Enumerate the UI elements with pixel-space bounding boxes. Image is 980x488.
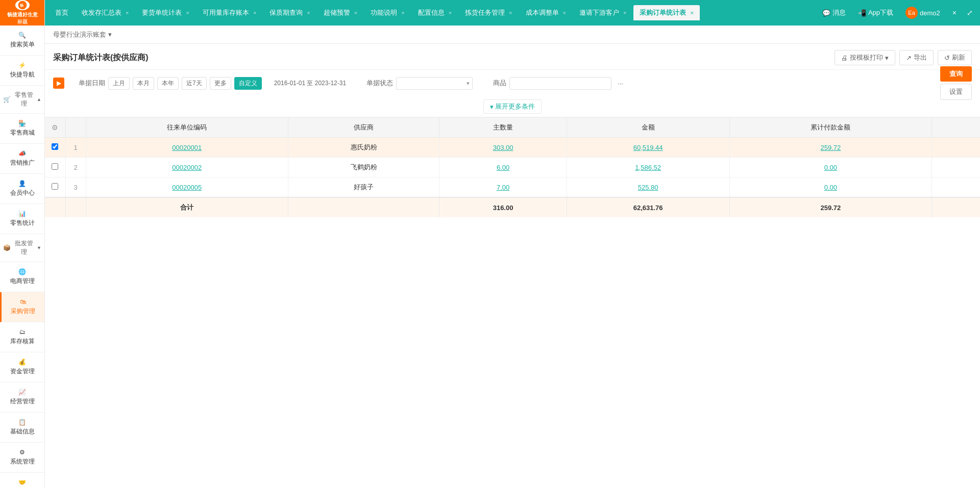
close-receive-summary[interactable]: × xyxy=(126,10,129,16)
close-order-stats[interactable]: × xyxy=(186,10,189,16)
account-label: 母婴行业演示账套 xyxy=(53,30,106,39)
app-download-btn[interactable]: 📲 App下载 xyxy=(855,6,896,19)
sidebar-label-basic: 基础信息 xyxy=(10,427,35,436)
user-profile-btn[interactable]: Ea demo2 xyxy=(902,5,943,21)
invite-downstream-label: 邀请下游客户 xyxy=(579,8,619,17)
sidebar-item-operations[interactable]: 📈 经营管理 xyxy=(0,382,44,413)
footer-paid-amount: 259.72 xyxy=(729,197,932,217)
close-cost-adjust[interactable]: × xyxy=(563,10,566,16)
sidebar-item-member[interactable]: 👤 会员中心 xyxy=(0,174,44,204)
refresh-btn[interactable]: ↺ 刷新 xyxy=(938,50,972,65)
close-invite-downstream[interactable]: × xyxy=(623,10,626,16)
close-available-inventory[interactable]: × xyxy=(253,10,256,16)
table-footer-row: 合计 316.00 62,631.76 259.72 xyxy=(45,197,980,217)
row-main-qty[interactable]: 7.00 xyxy=(439,177,567,198)
nav-item-available-inventory[interactable]: 可用量库存账本 × xyxy=(197,5,262,20)
message-btn[interactable]: 💬 消息 xyxy=(819,6,849,19)
print-btn[interactable]: 🖨 按模板打印 ▾ xyxy=(835,50,895,65)
date-btn-more[interactable]: 更多 xyxy=(210,77,231,90)
sidebar-item-enterprise[interactable]: 🤝 企业协同 xyxy=(0,473,44,488)
header-row: 母婴行业演示账套 ▾ xyxy=(45,25,980,44)
nav-item-cost-adjust[interactable]: 成本调整单 × xyxy=(520,5,572,20)
nav-item-warranty[interactable]: 保质期查询 × xyxy=(263,5,316,20)
nav-item-home[interactable]: 首页 xyxy=(49,5,75,20)
footer-label: 合计 xyxy=(180,203,193,211)
maximize-window-btn[interactable]: ⤢ xyxy=(964,8,976,18)
sidebar-item-inventory[interactable]: 🗂 库存核算 xyxy=(0,322,44,352)
date-btn-this-month[interactable]: 本月 xyxy=(133,77,154,90)
row-checkbox[interactable] xyxy=(52,163,58,170)
nav-item-function-desc[interactable]: 功能说明 × xyxy=(364,5,410,20)
close-function-desc[interactable]: × xyxy=(401,10,404,16)
row-num: 3 xyxy=(65,177,86,198)
row-unit-code[interactable]: 00020001 xyxy=(86,138,288,158)
sidebar-item-retail-stats[interactable]: 📊 零售统计 xyxy=(0,204,44,234)
nav-item-picking-task[interactable]: 拣货任务管理 × xyxy=(459,5,518,20)
row-num: 2 xyxy=(65,158,86,177)
footer-amount: 62,631.76 xyxy=(567,197,729,217)
nav-item-purchase-summary[interactable]: 采购订单统计表 × xyxy=(633,5,699,20)
expand-more-btn[interactable]: ▾ 展开更多条件 xyxy=(483,99,542,114)
goods-ellipsis[interactable]: ··· xyxy=(615,78,626,89)
filter-section: ▶ 单据日期 上月 本月 本年 近7天 更多 自定义 2016-01 xyxy=(45,70,980,118)
table-row[interactable]: 3 00020005 好孩子 7.00 525.80 0.00 xyxy=(45,177,980,198)
sidebar-item-wholesale[interactable]: 📦 批发管理 xyxy=(0,234,44,262)
app-logo[interactable]: 畅 畅捷通好生意 标题 xyxy=(0,0,44,25)
sidebar-item-ecommerce[interactable]: 🌐 电商管理 xyxy=(0,262,44,292)
row-amount[interactable]: 1,586.52 xyxy=(567,158,729,177)
nav-item-order-stats[interactable]: 要货单统计表 × xyxy=(136,5,195,20)
sidebar-item-retail[interactable]: 🛒 零售管理 xyxy=(0,86,44,114)
table-settings-icon[interactable]: ⚙ xyxy=(52,123,58,132)
date-btn-this-year[interactable]: 本年 xyxy=(157,77,179,90)
row-checkbox[interactable] xyxy=(52,143,58,150)
sidebar-item-basic[interactable]: 📋 基础信息 xyxy=(0,413,44,443)
table-row[interactable]: 1 00020001 惠氏奶粉 303.00 60,519.44 259.72 xyxy=(45,138,980,158)
date-btn-7days[interactable]: 近7天 xyxy=(182,77,207,90)
nav-item-receive-summary[interactable]: 收发存汇总表 × xyxy=(76,5,135,20)
close-config-info[interactable]: × xyxy=(449,10,452,16)
sidebar-label-ecommerce: 电商管理 xyxy=(10,277,35,286)
sidebar-label-member: 会员中心 xyxy=(10,189,35,197)
app-download-icon: 📲 xyxy=(858,9,866,17)
ecommerce-icon: 🌐 xyxy=(18,268,26,275)
query-btn[interactable]: 查询 xyxy=(940,66,972,82)
goods-input[interactable] xyxy=(509,77,611,90)
export-btn[interactable]: ↗ 导出 xyxy=(899,50,934,65)
date-btn-last-month[interactable]: 上月 xyxy=(108,77,130,90)
sidebar-item-search[interactable]: 🔍 搜索英单 xyxy=(0,25,44,56)
row-main-qty[interactable]: 6.00 xyxy=(439,158,567,177)
nav-item-overstock[interactable]: 超储预警 × xyxy=(317,5,363,20)
row-unit-code[interactable]: 00020002 xyxy=(86,158,288,177)
row-main-qty[interactable]: 303.00 xyxy=(439,138,567,158)
sidebar-item-purchase[interactable]: 🛍 采购管理 xyxy=(0,292,44,322)
row-unit-code[interactable]: 00020005 xyxy=(86,177,288,198)
row-amount[interactable]: 525.80 xyxy=(567,177,729,198)
sidebar-item-quicknav[interactable]: ⚡ 快捷导航 xyxy=(0,56,44,86)
row-paid-amount[interactable]: 0.00 xyxy=(729,158,932,177)
table-row[interactable]: 2 00020002 飞鹤奶粉 6.00 1,586.52 0.00 xyxy=(45,158,980,177)
retail-stats-icon: 📊 xyxy=(18,210,26,217)
date-btn-custom[interactable]: 自定义 xyxy=(234,77,262,90)
filter-settings-btn[interactable]: 设置 xyxy=(940,84,972,100)
sidebar-item-finance[interactable]: 💰 资金管理 xyxy=(0,352,44,382)
sidebar-item-system[interactable]: ⚙ 系统管理 xyxy=(0,443,44,473)
sidebar-item-retail-shop[interactable]: 🏪 零售商城 xyxy=(0,114,44,144)
close-warranty[interactable]: × xyxy=(307,10,310,16)
status-select[interactable]: 全部 草稿 已确认 xyxy=(396,77,473,90)
account-dropdown[interactable]: 母婴行业演示账套 ▾ xyxy=(53,30,112,39)
close-picking-task[interactable]: × xyxy=(509,10,512,16)
nav-item-invite-downstream[interactable]: 邀请下游客户 × xyxy=(573,5,632,20)
filter-expand-arrow[interactable]: ▶ xyxy=(53,78,64,89)
logo-icon: 畅 xyxy=(15,0,30,10)
nav-item-config-info[interactable]: 配置信息 × xyxy=(412,5,458,20)
row-amount[interactable]: 60,519.44 xyxy=(567,138,729,158)
row-supplier: 好孩子 xyxy=(288,177,439,198)
close-window-btn[interactable]: × xyxy=(949,8,960,18)
close-overstock[interactable]: × xyxy=(354,10,357,16)
close-purchase-summary[interactable]: × xyxy=(690,10,693,16)
row-checkbox[interactable] xyxy=(52,183,58,190)
col-main-qty: 主数量 xyxy=(439,118,567,138)
row-paid-amount[interactable]: 259.72 xyxy=(729,138,932,158)
sidebar-item-marketing[interactable]: 📣 营销推广 xyxy=(0,144,44,174)
row-paid-amount[interactable]: 0.00 xyxy=(729,177,932,198)
